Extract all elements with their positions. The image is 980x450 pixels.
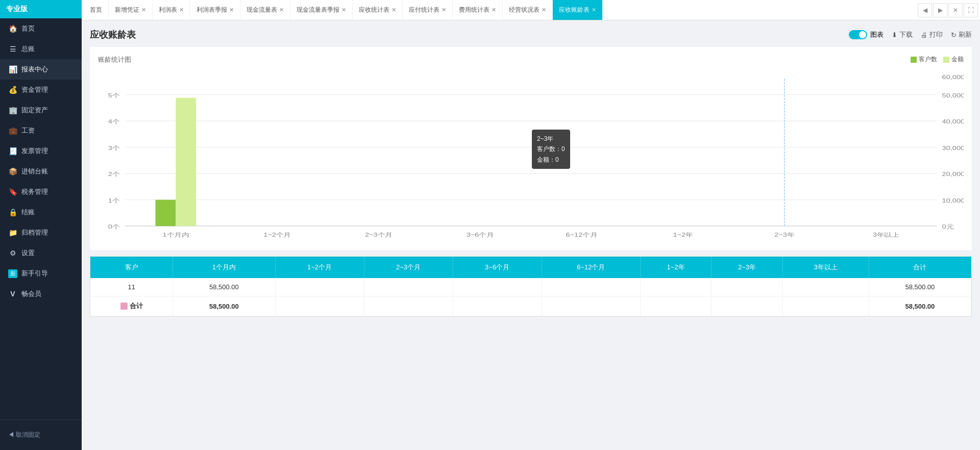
chart-title: 账龄统计图 [98,55,964,64]
col-y3plus: 3年以上 [782,257,869,278]
sidebar-item-inventory[interactable]: 📦 进销台账 [0,161,82,182]
legend-customer-count: 客户数 [911,55,937,64]
sidebar-bottom: ◀ 取消固定 [0,419,82,450]
tab-cashflow[interactable]: 现金流量表 ✕ [240,0,290,20]
page-actions: 图表 ⬇ 下载 🖨 打印 ↻ 刷新 [849,30,972,39]
total-m1: 58,500.00 [173,296,275,316]
sidebar-item-close[interactable]: 🔒 结账 [0,202,82,222]
svg-text:3~6个月: 3~6个月 [467,231,494,238]
tab-aging-close[interactable]: ✕ [592,7,596,13]
tab-cashflow-label: 现金流量表 [247,6,277,14]
invoices-icon: 🧾 [8,147,17,155]
tab-business-status-close[interactable]: ✕ [542,7,546,13]
tab-home-label: 首页 [90,6,102,14]
cell-y2-3 [712,278,782,296]
cell-customer: 11 [90,278,173,296]
svg-text:1个月内: 1个月内 [163,231,189,238]
svg-text:50,000.00元: 50,000.00元 [942,92,964,98]
legend-label-customer: 客户数 [919,55,937,64]
legend-label-amount: 金额 [951,55,964,64]
sidebar-label-invoices: 发票管理 [21,146,48,156]
tab-nav-buttons: ◀ ▶ ✕ ⛶ [918,3,978,17]
archive-icon: 📁 [8,229,17,237]
tab-expense-stats-close[interactable]: ✕ [492,7,496,13]
unpin-sidebar-button[interactable]: ◀ 取消固定 [0,425,82,445]
tab-profit[interactable]: 利润表 ✕ [153,0,190,20]
sidebar-item-tax[interactable]: 🔖 税务管理 [0,182,82,202]
legend-dot-customer [911,57,917,63]
sidebar-label-archive: 归档管理 [21,228,48,237]
sidebar-item-home[interactable]: 🏠 首页 [0,18,82,39]
tab-cashflow-close[interactable]: ✕ [279,7,284,13]
toggle-thumb [859,31,866,38]
tab-home[interactable]: 首页 [84,0,109,20]
cell-y1-2 [641,278,712,296]
svg-rect-20 [156,200,176,227]
sidebar-item-guide[interactable]: 新 新手引导 [0,263,82,284]
sidebar-item-ledger[interactable]: ☰ 总账 [0,39,82,59]
refresh-button[interactable]: ↻ 刷新 [951,30,972,39]
sidebar-item-archive[interactable]: 📁 归档管理 [0,222,82,243]
tab-cashflow-quarterly-close[interactable]: ✕ [341,7,346,13]
tab-expense-stats[interactable]: 费用统计表 ✕ [453,0,503,20]
sidebar-item-assets[interactable]: 🏢 固定资产 [0,100,82,120]
tab-aging-label: 应收账龄表 [559,6,590,14]
tab-next-button[interactable]: ▶ [933,3,947,17]
sidebar-label-settings: 设置 [21,248,35,258]
sidebar-item-vip[interactable]: V 畅会员 [0,284,82,304]
chart-section: 账龄统计图 客户数 金额 0个 1个 2个 3个 4个 [90,47,972,250]
download-button[interactable]: ⬇ 下载 [892,30,913,39]
toggle-label: 图表 [870,30,884,39]
total-m3-6 [453,296,542,316]
tab-receivable-stats[interactable]: 应收统计表 ✕ [353,0,403,20]
tab-voucher-close[interactable]: ✕ [141,7,146,13]
tab-payable-stats-label: 应付统计表 [409,6,439,14]
sidebar-label-assets: 固定资产 [21,106,48,115]
svg-rect-21 [176,98,196,226]
tab-profit-close[interactable]: ✕ [179,7,184,13]
tab-close-button[interactable]: ✕ [948,3,963,17]
tab-aging[interactable]: 应收账龄表 ✕ [553,0,603,20]
sidebar-item-invoices[interactable]: 🧾 发票管理 [0,141,82,161]
sidebar-label-close: 结账 [21,208,35,217]
tab-cashflow-quarterly[interactable]: 现金流量表季报 ✕ [290,0,353,20]
tab-payable-stats[interactable]: 应付统计表 ✕ [403,0,453,20]
col-m2-3: 2~3个月 [364,257,453,278]
assets-icon: 🏢 [8,106,17,114]
total-row: 合计 58,500.00 58,500.00 [90,296,971,316]
legend-dot-amount [943,57,949,63]
total-icon [120,303,128,310]
tax-icon: 🔖 [8,188,17,196]
refresh-label: 刷新 [959,30,972,39]
sidebar-item-funds[interactable]: 💰 资金管理 [0,80,82,100]
tab-voucher[interactable]: 新增凭证 ✕ [109,0,153,20]
toggle-track[interactable] [849,30,867,39]
chart-toggle[interactable]: 图表 [849,30,884,39]
tab-profit-quarterly-close[interactable]: ✕ [229,7,234,13]
tab-receivable-stats-close[interactable]: ✕ [391,7,396,13]
svg-text:0个: 0个 [108,223,120,230]
svg-text:1个: 1个 [108,197,120,204]
svg-text:5个: 5个 [108,92,120,98]
cell-m6-12 [542,278,640,296]
svg-text:60,000.00元: 60,000.00元 [942,73,964,80]
col-customer: 客户 [90,257,173,278]
tab-expand-button[interactable]: ⛶ [964,3,978,17]
sidebar-item-settings[interactable]: ⚙ 设置 [0,243,82,263]
tab-business-status[interactable]: 经营状况表 ✕ [503,0,553,20]
chart-legend: 客户数 金额 [911,55,964,64]
svg-text:3年以上: 3年以上 [873,231,899,238]
sidebar-item-payroll[interactable]: 💼 工资 [0,120,82,141]
tab-profit-quarterly[interactable]: 利润表季报 ✕ [190,0,240,20]
tab-prev-button[interactable]: ◀ [918,3,932,17]
inventory-icon: 📦 [8,167,17,176]
sidebar-item-reports[interactable]: 📊 报表中心 [0,59,82,80]
chart-container: 0个 1个 2个 3个 4个 5个 0元 10,000.00元 20,000.0… [98,68,964,242]
print-button[interactable]: 🖨 打印 [921,30,943,39]
settings-icon: ⚙ [8,249,17,257]
tab-payable-stats-close[interactable]: ✕ [442,7,446,13]
total-y3plus [782,296,869,316]
total-total: 58,500.00 [869,296,971,316]
svg-text:6~12个月: 6~12个月 [566,231,597,238]
tab-business-status-label: 经营状况表 [509,6,540,14]
